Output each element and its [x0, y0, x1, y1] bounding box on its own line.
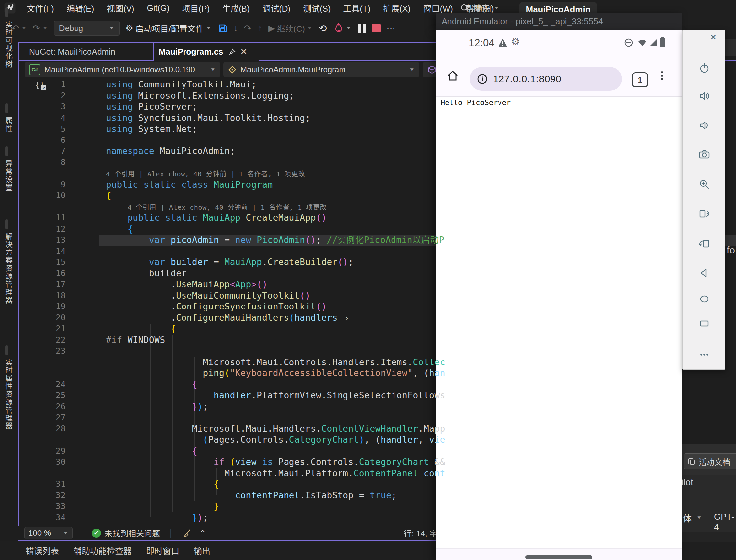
back-icon[interactable] [698, 267, 710, 279]
divider: │ [169, 529, 174, 538]
stop-button[interactable] [372, 24, 380, 32]
save-icon [218, 23, 228, 33]
health-check-icon: ✔ [92, 529, 101, 538]
menu-item-扩展X[interactable]: 扩展(X) [376, 0, 417, 16]
overview-icon[interactable] [698, 317, 710, 330]
menu-item-GitG[interactable]: Git(G) [141, 0, 176, 16]
step-out-icon[interactable]: ↑ [258, 23, 262, 33]
copilot-panel-fragment [725, 39, 736, 56]
line-number: 6 [18, 135, 66, 146]
do-not-disturb-icon [624, 38, 634, 48]
code-text: Microsoft.Maui.Platform.ContentPanel con… [106, 468, 445, 479]
menu-item-编辑E[interactable]: 编辑(E) [60, 0, 100, 16]
close-icon[interactable]: ✕ [241, 47, 248, 57]
chip-label: 活动文档 [699, 456, 730, 467]
home-icon[interactable] [446, 69, 459, 82]
line-number: 11 [18, 212, 66, 224]
pin-icon[interactable] [228, 48, 236, 56]
minimize-button[interactable]: — [691, 33, 699, 42]
step-over-icon[interactable]: ↷ [244, 23, 252, 34]
code-text: { [106, 323, 176, 335]
menu-item-生成B[interactable]: 生成(B) [216, 0, 256, 16]
bottom-tab-错误列表[interactable]: 错误列表 [26, 544, 59, 556]
emulator-side-panel: — ✕ [682, 30, 725, 370]
bottom-tab-即时窗口[interactable]: 即时窗口 [146, 544, 179, 556]
play-icon: ▶ [268, 23, 275, 33]
line-number: 32 [18, 490, 66, 501]
model-selector-fragment[interactable]: GPT-4 [714, 512, 736, 532]
emulator-title-bar[interactable]: Android Emulator - pixel_5_-_api_33:5554 [435, 13, 682, 30]
active-document-chip[interactable]: 活动文档 ✕ [684, 453, 736, 469]
project-dropdown[interactable]: C# MauiPicoAdmin (net10.0-windows10.0.19… [25, 62, 220, 77]
sidebar-tab-实时可视化树[interactable]: 实时可视化树 [3, 21, 13, 103]
bottom-tab-输出[interactable]: 输出 [194, 544, 210, 556]
tab-nuget[interactable]: NuGet: MauiPicoAdmin [19, 43, 129, 60]
save-button[interactable] [218, 23, 228, 33]
code-text: public static MauiApp CreateMauiApp() [106, 212, 327, 224]
toolbar-overflow-icon[interactable]: ⋯ [386, 23, 395, 33]
status-clock: 12:04 [469, 37, 494, 49]
configuration-dropdown[interactable]: Debug ▼ [54, 21, 120, 36]
zoom-dropdown[interactable]: 100 % ▼ [24, 527, 73, 539]
hot-reload-button[interactable]: ▼ [333, 23, 352, 34]
line-number: 14 [18, 246, 66, 257]
home-icon[interactable] [698, 293, 710, 305]
chevron-up-icon[interactable]: ⌃ [199, 529, 206, 538]
tab-mauiprogram[interactable]: MauiProgram.cs ✕ [153, 42, 259, 61]
zoom-in-icon[interactable] [698, 178, 710, 191]
sidebar-tab-属性[interactable]: 属性 [3, 117, 13, 150]
code-text: namespace MauiPicoAdmin; [106, 146, 235, 157]
line-number: 8 [18, 157, 66, 168]
code-text: }); [106, 401, 208, 413]
chevron-down-icon: ▼ [210, 67, 216, 72]
restart-icon[interactable]: ⟲ [319, 23, 327, 34]
volume-up-icon[interactable] [698, 90, 710, 102]
more-icon[interactable] [698, 348, 710, 361]
chevron-down-icon: ▼ [63, 531, 68, 536]
bottom-tab-辅助功能检查器[interactable]: 辅助功能检查器 [74, 544, 132, 556]
chevron-down-icon[interactable]: ▼ [42, 26, 48, 31]
menu-item-文件F[interactable]: 文件(F) [21, 0, 60, 16]
redo-icon[interactable]: ↷ [32, 23, 40, 34]
startup-project-button[interactable]: ⚙ 启动项目/配置文件 ▼ [126, 22, 212, 34]
kebab-menu-icon[interactable] [657, 70, 667, 81]
sidebar-tab-实时属性资源管理器[interactable]: 实时属性资源管理器 [3, 359, 13, 478]
line-number: 30 [18, 457, 66, 468]
line-number: 23 [18, 346, 66, 357]
tab-count-button[interactable]: 1 [632, 72, 648, 87]
line-number: 10 [18, 190, 66, 201]
url-text[interactable]: 127.0.0.1:8090 [493, 73, 561, 84]
step-into-icon[interactable]: ↓ [234, 23, 238, 33]
continue-button[interactable]: ▶ 继续(C) ▼ [268, 22, 313, 34]
line-number [18, 468, 66, 479]
rotate-left-icon[interactable] [698, 207, 710, 220]
code-cleanup-broom-icon[interactable] [182, 528, 192, 538]
camera-icon[interactable] [698, 148, 710, 161]
volume-down-icon[interactable] [698, 119, 710, 132]
close-button[interactable]: ✕ [710, 33, 717, 42]
gesture-handle[interactable] [525, 555, 592, 559]
page-info-icon[interactable] [477, 74, 487, 84]
power-icon[interactable] [698, 62, 710, 74]
menu-item-视图V[interactable]: 视图(V) [100, 0, 141, 16]
sidebar-tab-解决方案资源管理器[interactable]: 解决方案资源管理器 [3, 233, 13, 345]
style-dropdown-fragment[interactable]: 体 [683, 512, 692, 524]
background-text-fragment: fo [727, 245, 735, 256]
sidebar-tab-异常设置[interactable]: 异常设置 [3, 160, 13, 219]
url-bar[interactable]: 127.0.0.1:8090 [470, 67, 622, 91]
menu-item-项目P[interactable]: 项目(P) [176, 0, 216, 16]
menu-item-测试S[interactable]: 测试(S) [297, 0, 337, 16]
type-dropdown[interactable]: MauiPicoAdmin.MauiProgram ▼ [223, 62, 419, 77]
menu-item-调试D[interactable]: 调试(D) [256, 0, 297, 16]
health-label: 未找到相关问题 [104, 527, 160, 539]
chevron-down-icon[interactable]: ▼ [21, 26, 27, 31]
line-number: 13 [18, 235, 66, 246]
pause-button[interactable] [358, 24, 366, 33]
code-text: { [106, 379, 198, 390]
startup-project-label: 启动项目/配置文件 [136, 22, 204, 34]
code-text: } [106, 501, 219, 512]
rotate-right-icon[interactable] [698, 237, 710, 250]
menu-item-工具T[interactable]: 工具(T) [337, 0, 376, 16]
emulator-screen[interactable]: 12:04 ⚙ [435, 30, 682, 560]
code-text: { [106, 224, 133, 235]
